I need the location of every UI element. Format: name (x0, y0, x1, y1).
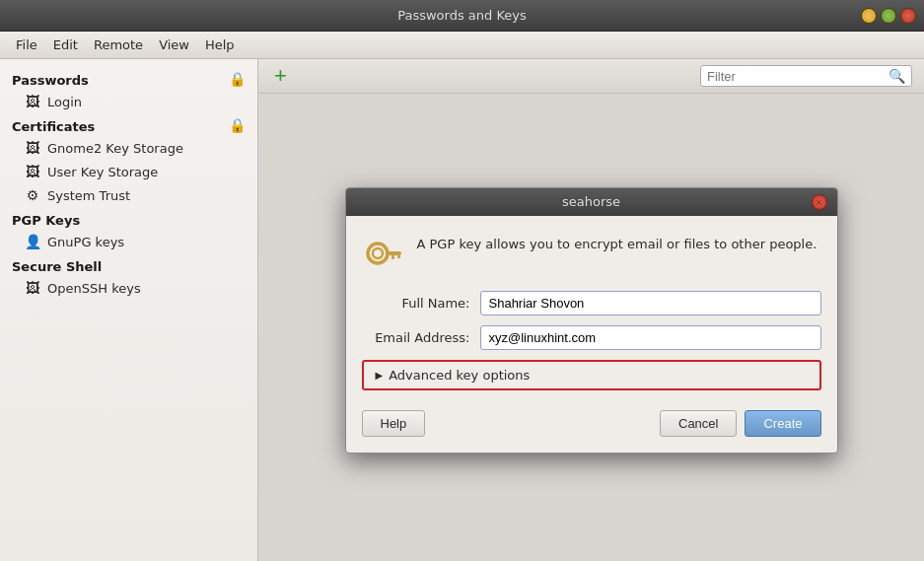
dialog-overlay: seahorse × (258, 59, 924, 561)
sidebar-item-login-label: Login (47, 95, 82, 109)
dialog-body: A PGP key allows you to encrypt email or… (346, 216, 837, 453)
lock-icon-certs: 🔒 (229, 117, 246, 133)
sidebar-item-login[interactable]: 🖼 Login (0, 90, 257, 113)
dialog-close-button[interactable]: × (812, 194, 827, 210)
email-row: Email Address: (362, 325, 821, 350)
advanced-key-options[interactable]: ▶ Advanced key options (362, 360, 821, 390)
email-input[interactable] (480, 325, 821, 350)
user-key-icon: 🖼 (24, 163, 41, 180)
sidebar-item-gnupg-label: GnuPG keys (47, 235, 124, 249)
svg-point-0 (368, 244, 388, 263)
sidebar-section-passwords: Passwords 🔒 (0, 67, 257, 90)
dialog-title-bar: seahorse × (346, 188, 837, 216)
sidebar-section-passwords-header: Passwords (0, 67, 101, 90)
sidebar-section-pgp-header: PGP Keys (0, 207, 257, 230)
dialog-footer: Help Cancel Create (362, 406, 821, 437)
main-layout: Passwords 🔒 🖼 Login Certificates 🔒 🖼 Gno… (0, 59, 924, 561)
menu-file[interactable]: File (8, 34, 45, 56)
openssh-icon: 🖼 (24, 279, 41, 297)
svg-point-1 (373, 248, 383, 258)
window-controls (861, 8, 916, 24)
maximize-button[interactable] (881, 8, 896, 24)
sidebar-item-gnome2-label: Gnome2 Key Storage (47, 141, 183, 156)
full-name-input[interactable] (480, 291, 821, 316)
full-name-label: Full Name: (362, 296, 480, 311)
sidebar: Passwords 🔒 🖼 Login Certificates 🔒 🖼 Gno… (0, 59, 258, 561)
menu-bar: File Edit Remote View Help (0, 32, 924, 59)
svg-rect-3 (391, 255, 394, 259)
sidebar-section-ssh-header: Secure Shell (0, 253, 257, 276)
advanced-key-options-label: Advanced key options (389, 368, 530, 383)
menu-edit[interactable]: Edit (45, 34, 86, 56)
system-trust-icon: ⚙ (24, 186, 41, 204)
sidebar-item-gnome2[interactable]: 🖼 Gnome2 Key Storage (0, 136, 257, 160)
minimize-button[interactable] (861, 8, 877, 24)
window-title: Passwords and Keys (397, 8, 527, 23)
svg-rect-4 (397, 255, 400, 258)
dialog-header: A PGP key allows you to encrypt email or… (362, 232, 821, 275)
sidebar-item-user-key[interactable]: 🖼 User Key Storage (0, 160, 257, 183)
create-button[interactable]: Create (745, 410, 820, 437)
triangle-icon: ▶ (376, 370, 384, 381)
sidebar-section-certificates: Certificates 🔒 (0, 113, 257, 136)
menu-remote[interactable]: Remote (86, 34, 151, 56)
dialog-description: A PGP key allows you to encrypt email or… (417, 232, 817, 253)
sidebar-item-openssh[interactable]: 🖼 OpenSSH keys (0, 276, 257, 300)
menu-view[interactable]: View (151, 34, 197, 56)
title-bar: Passwords and Keys (0, 0, 924, 32)
seahorse-dialog: seahorse × (345, 187, 838, 454)
sidebar-item-user-key-label: User Key Storage (47, 165, 158, 179)
svg-rect-2 (386, 251, 401, 255)
full-name-row: Full Name: (362, 291, 821, 316)
help-button[interactable]: Help (362, 410, 426, 437)
dialog-footer-right: Cancel Create (660, 410, 821, 437)
email-label: Email Address: (362, 330, 480, 345)
cancel-button[interactable]: Cancel (660, 410, 737, 437)
sidebar-section-certificates-header: Certificates (0, 113, 107, 136)
login-icon: 🖼 (24, 93, 41, 110)
menu-help[interactable]: Help (197, 34, 243, 56)
close-button[interactable] (900, 8, 916, 24)
sidebar-item-gnupg[interactable]: 👤 GnuPG keys (0, 230, 257, 253)
lock-icon: 🔒 (229, 71, 246, 87)
pgp-key-icon (362, 232, 405, 275)
content-area: + 🔍 seahorse × (258, 59, 924, 561)
gnome2-icon: 🖼 (24, 139, 41, 157)
sidebar-item-system-trust-label: System Trust (47, 188, 130, 203)
sidebar-item-openssh-label: OpenSSH keys (47, 281, 141, 296)
gnupg-icon: 👤 (24, 233, 41, 250)
dialog-title: seahorse (372, 194, 812, 209)
sidebar-item-system-trust[interactable]: ⚙ System Trust (0, 183, 257, 207)
